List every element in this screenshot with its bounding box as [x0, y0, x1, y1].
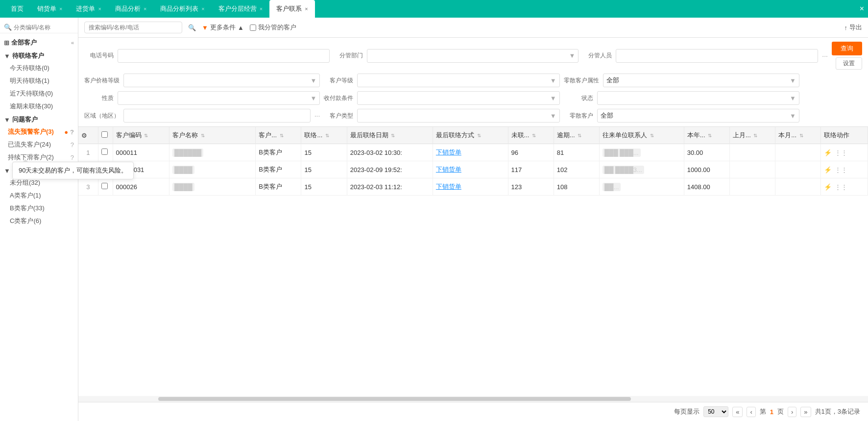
- sidebar-item-b-class[interactable]: B类客户(33): [0, 202, 78, 215]
- sidebar-item-a-class[interactable]: A类客户(1): [0, 189, 78, 202]
- row-checkbox-input-3[interactable]: [101, 183, 108, 189]
- th-this-month[interactable]: 本月... ⇅: [775, 127, 821, 144]
- sidebar-item-tomorrow[interactable]: 明天待联络(1): [0, 74, 78, 87]
- close-tab-purchase-order[interactable]: ×: [98, 6, 101, 12]
- th-name[interactable]: 客户名称 ⇅: [169, 127, 255, 144]
- my-customers-checkbox[interactable]: 我分管的客户: [250, 23, 296, 32]
- tab-product-analysis[interactable]: 商品分析 ×: [108, 0, 153, 18]
- collapse-icon[interactable]: «: [71, 40, 74, 46]
- settings-button[interactable]: 设置: [836, 57, 862, 70]
- scrollbar-thumb[interactable]: [158, 397, 631, 401]
- customer-grade-select[interactable]: ▼: [357, 74, 559, 87]
- row-this-year-2: 1000.00: [684, 161, 729, 178]
- sidebar-item-churn-warning[interactable]: 流失预警客户(3) ● ?: [0, 125, 78, 138]
- row-type-2: B类客户: [256, 161, 301, 178]
- next-page-button[interactable]: ›: [788, 407, 796, 417]
- th-last-method[interactable]: 最后联络方式 ⇅: [433, 127, 508, 144]
- action-more-icon-3[interactable]: ⋮⋮: [835, 183, 847, 191]
- sidebar-item-lost-customers[interactable]: 已流失客户(24) ?: [0, 138, 78, 151]
- row-last-method-1[interactable]: 下销货单: [433, 144, 508, 161]
- action-more-icon-2[interactable]: ⋮⋮: [835, 166, 847, 173]
- action-link-icon-3[interactable]: ⚡: [824, 183, 832, 191]
- more-conditions-button[interactable]: ▼ 更多条件 ▲: [202, 23, 244, 32]
- retail-customer-select[interactable]: 全部 ▼: [597, 109, 799, 123]
- region-dots-button[interactable]: ···: [314, 112, 320, 120]
- question-icon: ?: [70, 128, 74, 136]
- sidebar-item-c-class[interactable]: C类客户(6): [0, 215, 78, 227]
- status-select[interactable]: ▼: [597, 91, 799, 105]
- sidebar-group-problem[interactable]: ▼ 问题客户: [0, 113, 78, 125]
- phone-input[interactable]: [118, 49, 330, 63]
- first-page-button[interactable]: «: [732, 407, 743, 417]
- dept-select[interactable]: ▼: [367, 49, 579, 63]
- th-code[interactable]: 客户编码 ⇅: [113, 127, 169, 144]
- customer-type-select[interactable]: ▼: [357, 109, 559, 123]
- row-last-date-2: 2023-02-09 19:52:: [347, 161, 433, 178]
- tab-purchase-order[interactable]: 进货单 ×: [69, 0, 108, 18]
- th-last-date[interactable]: 最后联络日期 ⇅: [347, 127, 433, 144]
- manager-input[interactable]: [616, 49, 818, 63]
- tab-customer-contact[interactable]: 客户联系 ×: [269, 0, 314, 18]
- settings-icon[interactable]: ⚙: [81, 132, 87, 139]
- prev-page-button[interactable]: ‹: [747, 407, 755, 417]
- row-last-method-3[interactable]: 下销货单: [433, 178, 508, 196]
- retail-attr-select[interactable]: 全部 ▼: [603, 74, 799, 87]
- tab-customer-layer[interactable]: 客户分层经营 ×: [212, 0, 269, 18]
- tab-sales-order[interactable]: 销货单 ×: [30, 0, 69, 18]
- close-tab-product-analysis[interactable]: ×: [144, 6, 146, 12]
- chevron-up-icon: ▲: [238, 24, 244, 31]
- close-window-button[interactable]: ×: [860, 4, 864, 13]
- my-customers-checkbox-input[interactable]: [250, 25, 256, 31]
- th-unit-contact[interactable]: 往来单位联系人 ⇅: [599, 127, 684, 144]
- close-tab-customer-layer[interactable]: ×: [260, 6, 263, 12]
- data-table-area: ⚙ 客户编码 ⇅ 客户名称 ⇅: [78, 127, 868, 396]
- row-overdue-2: 102: [554, 161, 599, 178]
- per-page-select[interactable]: 50 100 200: [703, 406, 728, 417]
- chevron-down-icon-7: ▼: [790, 95, 796, 102]
- close-tab-customer-contact[interactable]: ×: [305, 6, 308, 12]
- row-checkbox-1[interactable]: [98, 144, 113, 161]
- th-checkbox: [98, 127, 113, 144]
- row-checkbox-input-1[interactable]: [101, 149, 108, 155]
- query-button[interactable]: 查询: [832, 42, 862, 55]
- th-un-contact[interactable]: 未联... ⇅: [508, 127, 554, 144]
- nature-select[interactable]: ▼: [118, 91, 320, 105]
- tab-home[interactable]: 首页: [4, 0, 30, 18]
- sidebar-item-overdue[interactable]: 逾期未联络(30): [0, 100, 78, 113]
- region-input[interactable]: [123, 109, 311, 123]
- sort-icon-type: ⇅: [280, 133, 284, 138]
- th-type[interactable]: 客户... ⇅: [256, 127, 301, 144]
- action-link-icon-1[interactable]: ⚡: [824, 149, 832, 156]
- th-contact[interactable]: 联络... ⇅: [301, 127, 347, 144]
- content-area: 🔍 ▼ 更多条件 ▲ 我分管的客户 ↑ 导出 电话号码: [78, 18, 868, 421]
- export-button[interactable]: ↑ 导出: [844, 23, 863, 32]
- select-all-checkbox[interactable]: [101, 131, 108, 138]
- row-checkbox-3[interactable]: [98, 178, 113, 196]
- sidebar-group-pending[interactable]: ▼ 待联络客户: [0, 49, 78, 62]
- last-page-button[interactable]: »: [800, 407, 811, 417]
- close-tab-sales-order[interactable]: ×: [59, 6, 62, 12]
- action-link-icon-2[interactable]: ⚡: [824, 166, 832, 173]
- th-last-month[interactable]: 上月... ⇅: [729, 127, 775, 144]
- horizontal-scrollbar[interactable]: [78, 396, 868, 402]
- sidebar-item-7days[interactable]: 近7天待联络(0): [0, 87, 78, 100]
- sidebar-search-input[interactable]: [14, 24, 74, 31]
- th-this-year[interactable]: 本年... ⇅: [684, 127, 729, 144]
- grid-icon: ⊞: [4, 39, 9, 47]
- manager-dots-button[interactable]: ···: [822, 52, 828, 60]
- payment-select[interactable]: ▼: [357, 91, 559, 105]
- filter-price-grade: 客户价格等级 ▼: [84, 74, 320, 87]
- tab-product-analysis-list[interactable]: 商品分析列表 ×: [153, 0, 211, 18]
- th-overdue[interactable]: 逾期... ⇅: [554, 127, 599, 144]
- close-tab-product-analysis-list[interactable]: ×: [201, 6, 204, 12]
- sidebar-all-customers[interactable]: ⊞ 全部客户 «: [0, 36, 78, 49]
- price-grade-select[interactable]: ▼: [123, 74, 320, 87]
- sidebar-item-today[interactable]: 今天待联络(0): [0, 62, 78, 74]
- filter-status: 状态 ▼: [564, 91, 799, 105]
- search-input[interactable]: [84, 22, 182, 33]
- row-last-method-2[interactable]: 下销货单: [433, 161, 508, 178]
- sort-icon-unit-contact: ⇅: [650, 133, 654, 138]
- chevron-down-icon-9: ▼: [790, 112, 796, 120]
- search-button-icon[interactable]: 🔍: [188, 24, 196, 31]
- action-more-icon-1[interactable]: ⋮⋮: [835, 149, 847, 156]
